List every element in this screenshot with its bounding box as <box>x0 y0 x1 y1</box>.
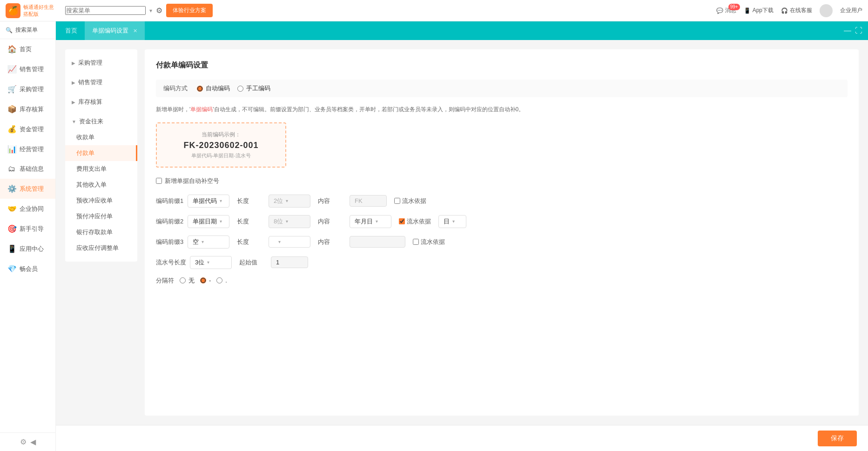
collapse-sidebar-icon[interactable]: ◀ <box>30 438 36 446</box>
encoding-method-label: 编码方式 <box>163 84 188 93</box>
subnav-title-purchase[interactable]: ▶ 采购管理 <box>65 55 137 71</box>
subnav-title-fund[interactable]: ▼ 资金往来 <box>65 114 137 129</box>
sidebar-item-home[interactable]: 🏠 首页 <box>0 39 55 59</box>
preview-sub: 单据代码-单据日期-流水号 <box>168 152 274 159</box>
chevron-right-icon-2: ▶ <box>72 80 75 85</box>
form-title: 付款单编码设置 <box>156 61 848 70</box>
serial-row: 流水号长度 3位 ▾ 起始值 <box>156 256 848 269</box>
logo: 🍊 畅通通好生意 搭配版 <box>6 3 61 18</box>
start-value-label: 起始值 <box>239 258 267 267</box>
sidebar-item-purchase[interactable]: 🛒 采购管理 <box>0 79 55 99</box>
preview-code: FK-20230602-001 <box>168 141 274 150</box>
serial-length-group: 流水号长度 3位 ▾ <box>156 256 232 269</box>
sidebar-search[interactable]: 🔍 搜索菜单 <box>0 21 55 39</box>
member-icon: 💎 <box>7 264 16 273</box>
subnav-item-payment[interactable]: 付款单 <box>65 145 137 161</box>
sidebar-item-finance[interactable]: 💰 资金管理 <box>0 119 55 139</box>
chevron-right-icon: ▶ <box>72 61 75 66</box>
subnav-group-fund: ▼ 资金往来 收款单 付款单 费用支出单 其他收入单 预收冲应收单 预付冲应付单… <box>65 112 137 258</box>
length2-label: 长度 <box>237 217 265 226</box>
field-row-2: 编码前缀2 单据日期 ▾ 长度 8位 ▾ <box>156 215 848 228</box>
prefix1-select[interactable]: 单据代码 ▾ <box>188 195 229 208</box>
separator-dot-radio[interactable] <box>216 277 222 283</box>
sidebar-item-guide[interactable]: 🎯 新手引导 <box>0 219 55 239</box>
sidebar-item-inventory[interactable]: 📦 库存核算 <box>0 99 55 119</box>
content2-label: 内容 <box>318 217 346 226</box>
subnav-title-sales[interactable]: ▶ 销售管理 <box>65 74 137 90</box>
auto-zero-checkbox[interactable] <box>156 178 162 184</box>
stream3-checkbox[interactable] <box>413 239 419 245</box>
sidebar-item-member[interactable]: 💎 畅会员 <box>0 259 55 279</box>
caret-icon-1: ▾ <box>220 198 222 203</box>
sidebar-item-system[interactable]: ⚙️ 系统管理 <box>0 179 55 199</box>
subnav-title-inventory[interactable]: ▶ 库存核算 <box>65 94 137 110</box>
separator-hyphen-option[interactable]: - <box>200 277 211 284</box>
tab-home[interactable]: 首页 <box>58 21 85 40</box>
download-btn[interactable]: 📱 App下载 <box>744 7 774 14</box>
logo-text: 畅通通好生意 搭配版 <box>23 4 54 17</box>
service-btn[interactable]: 🎧 在线客服 <box>781 7 812 14</box>
sidebar-item-basic[interactable]: 🗂 基础信息 <box>0 159 55 179</box>
sidebar-item-enterprise[interactable]: 🤝 企业协同 <box>0 199 55 219</box>
subnav-item-prepay-pay[interactable]: 预付冲应付单 <box>65 209 137 224</box>
maximize-icon[interactable]: ⛶ <box>855 27 862 35</box>
content2-select[interactable]: 年月日 ▾ <box>350 215 391 228</box>
settings-bottom-icon[interactable]: ⚙ <box>20 438 27 446</box>
save-button[interactable]: 保存 <box>818 431 857 446</box>
guide-icon: 🎯 <box>7 224 16 233</box>
length3-group: 长度 ▾ <box>237 236 310 248</box>
separator-none-option[interactable]: 无 <box>180 276 195 285</box>
content3-input[interactable] <box>350 236 405 248</box>
stream1-checkbox[interactable] <box>394 198 400 204</box>
content2-group: 内容 年月日 ▾ <box>318 215 391 228</box>
caret-icon-2: ▾ <box>286 198 288 203</box>
content1-input[interactable] <box>350 195 387 207</box>
prefix1-label: 编码前缀1 <box>156 197 184 205</box>
dropdown-arrow-icon[interactable]: ▾ <box>149 7 152 14</box>
stream2-period-select[interactable]: 日 ▾ <box>438 215 466 228</box>
sidebar-bottom: ⚙ ◀ <box>0 432 55 451</box>
manual-encoding-option[interactable]: 手工编码 <box>237 84 270 93</box>
separator-none-radio[interactable] <box>180 277 186 283</box>
caret-icon-7: ▾ <box>202 239 204 244</box>
length2-select[interactable]: 8位 ▾ <box>269 215 310 228</box>
separator-dot-option[interactable]: . <box>216 277 227 284</box>
separator-row: 分隔符 无 - . <box>156 276 848 285</box>
page-footer: 保存 <box>56 425 868 451</box>
preview-label: 当前编码示例： <box>168 131 274 139</box>
auto-encoding-radio[interactable] <box>197 86 203 92</box>
length1-select[interactable]: 2位 ▾ <box>269 195 310 208</box>
separator-hyphen-radio[interactable] <box>200 277 206 283</box>
length3-select[interactable]: ▾ <box>269 236 310 248</box>
caret-icon-3: ▾ <box>220 219 222 224</box>
sidebar-item-operations[interactable]: 📊 经营管理 <box>0 139 55 159</box>
sidebar-item-apps[interactable]: 📱 应用中心 <box>0 239 55 259</box>
subnav-item-receipt[interactable]: 收款单 <box>65 129 137 145</box>
prefix2-select[interactable]: 单据日期 ▾ <box>188 215 229 228</box>
search-input[interactable] <box>65 6 146 15</box>
message-icon-btn[interactable]: 💬 消息 99+ <box>716 7 736 14</box>
main-form: 付款单编码设置 编码方式 自动编码 手工编码 <box>145 49 859 416</box>
tab-encoding[interactable]: 单据编码设置 ✕ <box>85 21 145 40</box>
stream2-checkbox[interactable] <box>399 218 405 224</box>
finance-icon: 💰 <box>7 125 16 134</box>
subnav-item-other-income[interactable]: 其他收入单 <box>65 177 137 193</box>
username: 企业用户 <box>840 7 862 14</box>
subnav-item-bank[interactable]: 银行存取款单 <box>65 224 137 240</box>
sidebar-item-sales[interactable]: 📈 销售管理 <box>0 59 55 79</box>
subnav-item-expense[interactable]: 费用支出单 <box>65 161 137 177</box>
prefix3-select[interactable]: 空 ▾ <box>188 236 229 249</box>
minimize-icon[interactable]: — <box>844 27 851 35</box>
serial-length-select[interactable]: 3位 ▾ <box>190 256 232 269</box>
subnav-item-ar-ap[interactable]: 应收应付调整单 <box>65 240 137 256</box>
auto-encoding-option[interactable]: 自动编码 <box>197 84 230 93</box>
subnav-item-prepay-recv[interactable]: 预收冲应收单 <box>65 193 137 209</box>
tab-close-icon[interactable]: ✕ <box>133 28 137 34</box>
settings-icon[interactable]: ⚙ <box>156 6 162 15</box>
avatar[interactable] <box>820 4 833 17</box>
start-value-input[interactable] <box>271 256 308 268</box>
apps-icon: 📱 <box>7 244 16 253</box>
auto-zero-row: 新增单据自动补空号 <box>156 177 848 185</box>
experience-btn[interactable]: 体验行业方案 <box>166 4 213 17</box>
manual-encoding-radio[interactable] <box>237 86 243 92</box>
